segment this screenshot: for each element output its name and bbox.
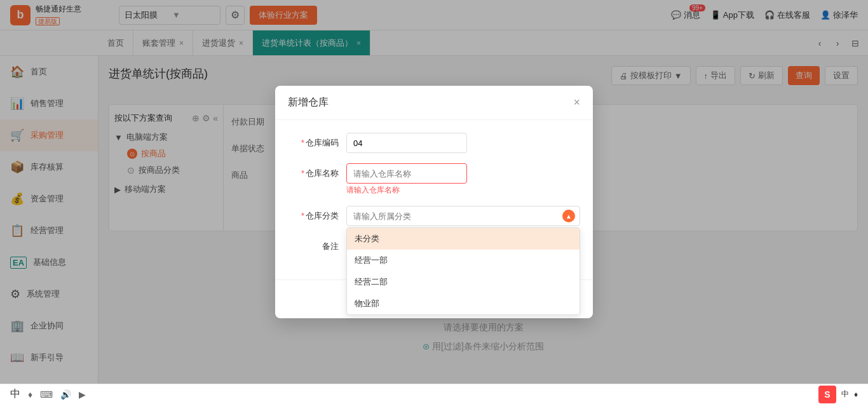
dropdown-item-0[interactable]: 未分类 bbox=[347, 228, 580, 250]
sound-icon[interactable]: ♦ bbox=[28, 389, 32, 400]
bottom-bar: 中 ♦ ⌨ 🔊 ▶ S 中 ♦ bbox=[0, 384, 868, 404]
brand-logo-area: S 中 ♦ bbox=[818, 386, 858, 403]
category-dropdown: 未分类 经营一部 经营二部 物业部 bbox=[346, 227, 580, 315]
keyboard-icon[interactable]: ⌨ bbox=[40, 389, 53, 400]
volume-icon[interactable]: 🔊 bbox=[60, 389, 71, 400]
warehouse-name-wrap: 请输入仓库名称 bbox=[346, 163, 580, 196]
warehouse-name-input[interactable] bbox=[346, 163, 467, 184]
warehouse-category-input[interactable] bbox=[346, 206, 580, 226]
warehouse-code-label: 仓库编码 bbox=[288, 133, 339, 149]
warehouse-name-label: 仓库名称 bbox=[288, 163, 339, 179]
s-brand-icon: S bbox=[818, 386, 836, 403]
modal-new-warehouse: 新增仓库 × 仓库编码 仓库名称 请输入仓库名称 仓库分类 bbox=[275, 86, 593, 318]
warehouse-name-error: 请输入仓库名称 bbox=[346, 185, 580, 196]
modal-header: 新增仓库 × bbox=[275, 86, 593, 120]
dropdown-item-1[interactable]: 经营一部 bbox=[347, 250, 580, 271]
chinese-icon[interactable]: 中 bbox=[10, 387, 20, 401]
dropdown-item-2[interactable]: 经营二部 bbox=[347, 271, 580, 293]
form-row-name: 仓库名称 请输入仓库名称 bbox=[288, 163, 580, 196]
modal-close-button[interactable]: × bbox=[573, 96, 580, 109]
brand-text: 中 bbox=[841, 389, 849, 400]
remark-label: 备注 bbox=[288, 236, 339, 252]
form-row-code: 仓库编码 bbox=[288, 133, 580, 153]
brand-text2: ♦ bbox=[854, 390, 858, 399]
form-row-category: 仓库分类 ▲ 未分类 经营一部 经营二部 物业部 bbox=[288, 206, 580, 226]
play-icon[interactable]: ▶ bbox=[79, 389, 86, 400]
modal-title: 新增仓库 bbox=[288, 96, 329, 109]
dropdown-item-3[interactable]: 物业部 bbox=[347, 293, 580, 314]
warehouse-category-label: 仓库分类 bbox=[288, 206, 339, 222]
warehouse-code-input[interactable] bbox=[346, 133, 467, 153]
category-arrow-icon[interactable]: ▲ bbox=[562, 210, 575, 222]
modal-body: 仓库编码 仓库名称 请输入仓库名称 仓库分类 ▲ bbox=[275, 120, 593, 279]
modal-overlay[interactable]: 新增仓库 × 仓库编码 仓库名称 请输入仓库名称 仓库分类 bbox=[0, 0, 868, 404]
warehouse-code-wrap bbox=[346, 133, 580, 153]
warehouse-category-wrap: ▲ 未分类 经营一部 经营二部 物业部 bbox=[346, 206, 580, 226]
